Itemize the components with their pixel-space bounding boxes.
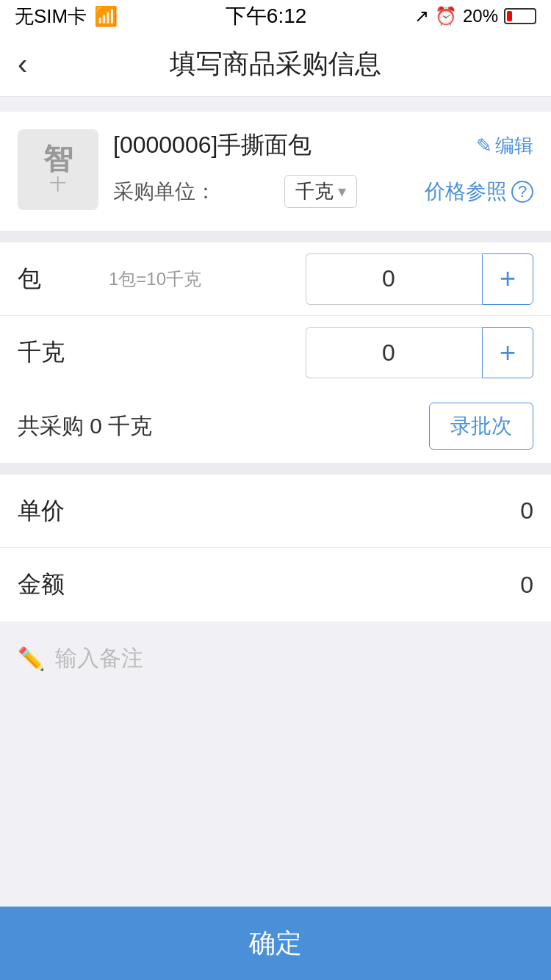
notes-placeholder: 输入备注 — [55, 644, 143, 674]
total-text: 共采购 0 千克 — [18, 411, 152, 442]
product-name: [0000006]手撕面包 — [113, 129, 311, 162]
unit-value: 千克 — [295, 179, 334, 204]
status-left: 无SIM卡 📶 — [15, 4, 118, 29]
edit-icon: ✎ — [476, 134, 492, 157]
dropdown-arrow-icon: ▾ — [338, 182, 346, 201]
bao-input[interactable] — [306, 253, 482, 305]
status-time: 下午6:12 — [226, 2, 307, 30]
amount-value: 0 — [520, 572, 533, 599]
unit-select[interactable]: 千克 ▾ — [284, 175, 357, 208]
batch-button[interactable]: 录批次 — [429, 403, 533, 450]
info-section: 单价 0 金额 0 — [0, 475, 551, 621]
total-row: 共采购 0 千克 录批次 — [0, 389, 551, 463]
bao-input-wrap: + — [306, 253, 533, 305]
nav-bar: ‹ 填写商品采购信息 — [0, 32, 551, 97]
kg-plus-button[interactable]: + — [482, 327, 533, 378]
notes-section[interactable]: ✏️ 输入备注 — [0, 621, 551, 695]
price-label: 单价 — [18, 495, 65, 527]
kg-input-wrap: + — [306, 327, 533, 378]
price-value: 0 — [520, 497, 533, 525]
unit-label: 采购单位： — [113, 178, 216, 206]
bao-plus-button[interactable]: + — [482, 253, 533, 305]
price-row: 单价 0 — [0, 475, 551, 548]
amount-label: 金额 — [18, 569, 65, 601]
alarm-icon: ⏰ — [435, 6, 457, 26]
confirm-button[interactable]: 确定 — [0, 907, 551, 980]
top-separator — [0, 97, 551, 112]
confirm-label: 确定 — [249, 926, 302, 962]
back-button[interactable]: ‹ — [18, 48, 27, 81]
pencil-icon: ✏️ — [18, 646, 45, 671]
battery-pct: 20% — [463, 6, 498, 26]
status-bar: 无SIM卡 📶 下午6:12 ↗ ⏰ 20% — [0, 0, 551, 32]
status-right: ↗ ⏰ 20% — [414, 6, 536, 26]
product-name-row: [0000006]手撕面包 ✎ 编辑 — [113, 129, 533, 162]
price-ref-label: 价格参照 — [425, 178, 507, 206]
help-icon: ? — [511, 181, 533, 203]
kg-input[interactable] — [306, 327, 482, 378]
price-ref-button[interactable]: 价格参照 ? — [425, 178, 533, 206]
input-section: 包 1包=10千克 + 千克 + — [0, 242, 551, 389]
thumbnail-logo-line1: 智 — [43, 144, 73, 173]
total-separator — [0, 463, 551, 475]
product-separator — [0, 231, 551, 242]
unit-row: 采购单位： 千克 ▾ 价格参照 ? — [113, 175, 533, 208]
bao-row: 包 1包=10千克 + — [0, 242, 551, 316]
product-thumbnail: 智 十 — [18, 129, 98, 210]
carrier-text: 无SIM卡 — [15, 4, 87, 29]
bao-sublabel: 1包=10千克 — [109, 267, 201, 291]
page-title: 填写商品采购信息 — [170, 46, 381, 82]
product-info: [0000006]手撕面包 ✎ 编辑 采购单位： 千克 ▾ 价格参照 ? — [113, 129, 533, 208]
thumbnail-logo-line2: 十 — [43, 173, 73, 195]
kg-label: 千克 — [18, 336, 106, 369]
kg-row: 千克 + — [0, 316, 551, 389]
bao-label: 包 — [18, 263, 106, 295]
amount-row: 金额 0 — [0, 548, 551, 621]
wifi-icon: 📶 — [94, 5, 118, 28]
edit-button[interactable]: ✎ 编辑 — [476, 133, 533, 159]
battery-icon — [504, 8, 536, 24]
location-icon: ↗ — [414, 6, 429, 26]
edit-label: 编辑 — [495, 133, 533, 159]
product-card: 智 十 [0000006]手撕面包 ✎ 编辑 采购单位： 千克 ▾ 价格参照 ? — [0, 112, 551, 231]
